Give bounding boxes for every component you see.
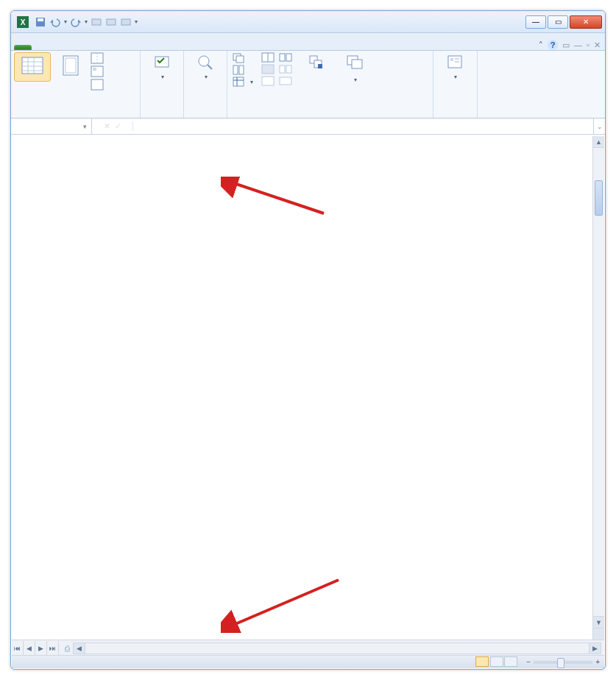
svg-rect-18	[93, 68, 96, 71]
switch-window-icon	[346, 54, 364, 71]
ribbon-minimize-icon[interactable]: ˄	[539, 40, 543, 50]
show-button[interactable]: ▾	[144, 52, 180, 82]
svg-rect-6	[121, 19, 130, 25]
svg-rect-25	[233, 65, 238, 74]
tab-file[interactable]	[14, 45, 32, 50]
split-handle[interactable]	[593, 628, 604, 640]
tab-nav-next[interactable]: ▶	[35, 641, 47, 656]
horizontal-scrollbar[interactable]: ◀ ▶	[73, 642, 601, 654]
tab-nav-prev[interactable]: ◀	[24, 641, 35, 656]
status-bar: − +	[12, 655, 604, 668]
switch-window-button[interactable]: ▾	[336, 52, 373, 85]
svg-rect-4	[92, 19, 101, 25]
titlebar: X ▾ ▾ ▾ — ▭ ✕	[11, 11, 605, 33]
scroll-thumb[interactable]	[595, 180, 603, 216]
view-pagelayout-icon[interactable]	[490, 656, 503, 667]
freeze-panes-button[interactable]: ▾	[230, 76, 255, 88]
arrange-icon	[233, 65, 244, 75]
hide-icon[interactable]	[261, 64, 275, 74]
compare-icon[interactable]	[279, 76, 292, 86]
group-views-label	[14, 115, 137, 116]
svg-rect-34	[280, 54, 285, 61]
page-layout-icon	[59, 54, 82, 77]
scroll-down-icon[interactable]: ▼	[593, 616, 604, 628]
vertical-scrollbar[interactable]: ▲ ▼	[592, 136, 604, 640]
ribbon-tabs: ˄ ? ▭ — ▫ ✕	[11, 33, 605, 51]
name-box[interactable]: ▾	[11, 118, 92, 134]
help-icon[interactable]: ?	[548, 40, 558, 50]
undo-icon[interactable]	[49, 16, 61, 28]
zoom-slider[interactable]	[534, 661, 592, 664]
save-workspace-icon	[308, 54, 325, 71]
zoom-out-button[interactable]: −	[526, 658, 531, 666]
unhide-icon[interactable]	[261, 76, 275, 86]
svg-rect-43	[352, 60, 362, 68]
excel-icon: X	[17, 16, 29, 28]
page-views-small	[91, 52, 104, 91]
svg-text:X: X	[21, 18, 26, 26]
doc-minimize-icon[interactable]: —	[574, 40, 582, 49]
svg-rect-27	[233, 77, 244, 86]
svg-rect-37	[286, 65, 291, 73]
svg-rect-33	[262, 77, 274, 85]
save-workspace-button[interactable]	[298, 52, 335, 76]
scroll-up-icon[interactable]: ▲	[593, 136, 604, 148]
zoom-button[interactable]: ▾	[187, 52, 224, 82]
svg-rect-26	[239, 65, 244, 74]
macros-button[interactable]: ▾	[436, 52, 473, 82]
window-shrink-icon[interactable]: ▭	[562, 40, 570, 50]
doc-restore-icon[interactable]: ▫	[587, 40, 590, 49]
enter-formula-icon[interactable]: ✓	[115, 121, 121, 131]
maximize-button[interactable]: ▭	[548, 15, 568, 29]
qat-extra2-icon[interactable]	[105, 16, 117, 28]
sync-scroll-icon[interactable]	[279, 52, 292, 63]
redo-icon[interactable]	[70, 16, 82, 28]
arrange-all-button[interactable]	[230, 64, 255, 76]
pagebreak-preview-icon[interactable]	[91, 52, 104, 64]
view-pagebreak-icon[interactable]	[504, 656, 517, 667]
svg-line-22	[208, 65, 212, 69]
qat-extra1-icon[interactable]	[91, 16, 102, 28]
worksheet-grid[interactable]: ▲ ▼	[12, 136, 604, 640]
save-icon[interactable]	[35, 16, 46, 28]
reset-pos-icon[interactable]	[279, 64, 292, 74]
new-window-button[interactable]	[230, 52, 255, 64]
hscroll-left-icon[interactable]: ◀	[74, 643, 85, 654]
svg-rect-19	[91, 79, 103, 90]
formula-bar-expand[interactable]: ⌄	[593, 118, 605, 134]
hscroll-right-icon[interactable]: ▶	[589, 643, 601, 654]
normal-view-icon	[21, 54, 44, 78]
freeze-icon	[233, 77, 244, 87]
ribbon: ▾ ▾ ▾	[11, 51, 605, 118]
new-sheet-button[interactable]: ⎙	[65, 644, 70, 653]
sheet-tab-bar: ⏮ ◀ ▶ ⏭ ⎙ ◀ ▶	[12, 640, 604, 656]
doc-close-icon[interactable]: ✕	[594, 40, 601, 50]
cancel-formula-icon[interactable]: ✕	[104, 121, 110, 131]
zoom-icon	[197, 54, 214, 71]
svg-rect-7	[22, 57, 43, 74]
new-window-icon	[233, 53, 244, 63]
custom-views-icon[interactable]	[91, 65, 104, 77]
tab-nav-last[interactable]: ⏭	[47, 641, 59, 656]
zoom-in-button[interactable]: +	[595, 658, 600, 666]
tab-nav-first[interactable]: ⏮	[12, 641, 24, 656]
page-layout-button[interactable]	[52, 52, 89, 82]
svg-rect-32	[262, 65, 274, 74]
split-icon[interactable]	[261, 52, 275, 63]
qat-customize[interactable]: ▾	[135, 18, 138, 25]
svg-rect-45	[450, 58, 453, 61]
formula-bar: ▾ ✕ ✓ ⌄	[11, 118, 605, 135]
svg-rect-20	[155, 57, 169, 67]
group-window-label	[230, 115, 430, 116]
view-normal-icon[interactable]	[475, 656, 489, 667]
normal-view-button[interactable]	[14, 52, 51, 82]
svg-rect-41	[318, 64, 322, 68]
svg-point-21	[199, 56, 209, 66]
undo-dropdown[interactable]: ▾	[64, 18, 67, 25]
fullscreen-icon[interactable]	[91, 79, 104, 91]
svg-rect-47	[455, 61, 459, 63]
minimize-button[interactable]: —	[525, 15, 546, 29]
redo-dropdown[interactable]: ▾	[85, 18, 88, 25]
qat-extra3-icon[interactable]	[120, 16, 132, 28]
close-button[interactable]: ✕	[570, 15, 602, 29]
